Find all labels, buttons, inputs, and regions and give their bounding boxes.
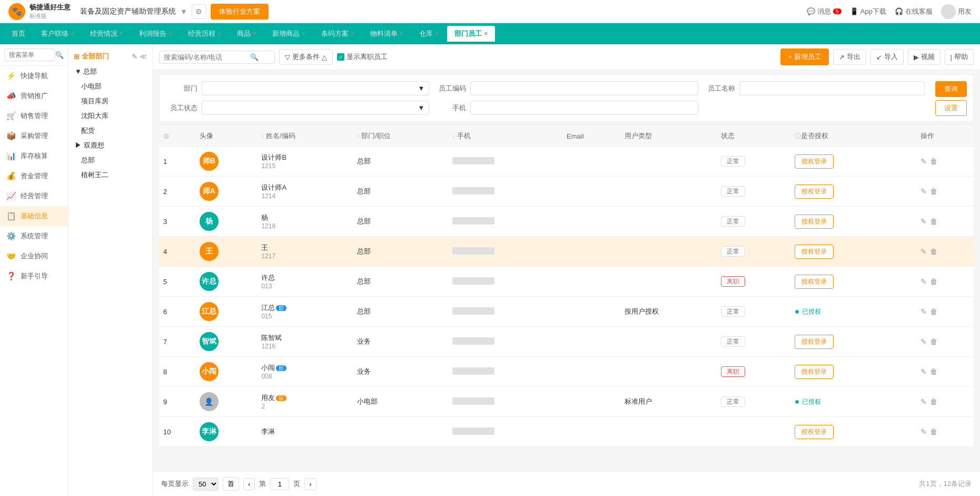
sidebar-item-purchase[interactable]: 📦采购管理 [0,126,68,146]
first-page-button[interactable]: 首 [223,477,239,491]
delete-icon[interactable]: 🗑 [930,427,937,436]
user-menu-button[interactable]: 用友 [941,4,972,19]
delete-icon[interactable]: 🗑 [930,247,937,256]
per-page-select[interactable]: 50 [193,478,219,491]
search-box[interactable]: 🔍 [159,51,275,64]
dept-node-小电部[interactable]: 小电部 [68,79,152,94]
sidebar-item-guide[interactable]: ❓新手引导 [0,266,68,286]
emp-code-input[interactable] [470,81,698,95]
dept-node-项目库房[interactable]: 项目库房 [68,94,152,109]
dept-node-植树王二[interactable]: 植树王二 [68,168,152,182]
resigned-checkbox[interactable]: ✓ [337,53,344,61]
delete-icon[interactable]: 🗑 [930,307,937,316]
dept-node-总部[interactable]: 总部 [68,153,152,168]
sidebar-item-collab[interactable]: 🤝企业协同 [0,246,68,266]
emp-status-select[interactable]: ▼ [202,101,429,115]
dept-select[interactable]: ▼ [202,81,429,95]
sidebar-item-sales[interactable]: 🛒销售管理 [0,106,68,126]
tab-close-icon[interactable]: × [400,30,403,37]
auth-info-icon[interactable]: ⓘ [795,132,801,140]
tab-close-icon[interactable]: × [253,30,256,37]
auth-button[interactable]: 授权登录 [795,215,834,229]
auth-button[interactable]: 授权登录 [795,425,834,439]
sidebar-item-stock[interactable]: 📊库存核算 [0,146,68,166]
edit-icon[interactable]: ✎ [920,397,927,406]
delete-icon[interactable]: 🗑 [930,337,937,346]
video-button[interactable]: ▶ 视频 [908,49,941,65]
tab-close-icon[interactable]: × [217,30,221,37]
dept-node-▶ 双鹿想[interactable]: ▶ 双鹿想 [68,138,152,153]
edit-icon[interactable]: ✎ [920,367,927,376]
app-download-button[interactable]: 📱 App下载 [850,7,886,16]
page-input[interactable] [270,478,289,490]
next-page-button[interactable]: › [304,478,316,490]
phone-input[interactable] [470,101,698,115]
tab-close-icon[interactable]: × [351,30,354,37]
more-filter-button[interactable]: ▽ 更多条件 △ [279,49,333,65]
th-phone[interactable]: ↕ 手机 [448,126,562,147]
edit-icon[interactable]: ✎ [920,337,927,346]
reset-button[interactable]: 设置 [935,100,967,116]
export-button[interactable]: ↗ 导出 [833,49,866,65]
sidebar-search[interactable]: 🔍 [0,44,68,66]
gear-button[interactable]: ⚙ [192,4,206,19]
sidebar-search-input[interactable] [4,48,55,61]
delete-icon[interactable]: 🗑 [930,277,937,286]
dept-node-配货[interactable]: 配货 [68,123,152,138]
search-input[interactable] [164,53,248,61]
import-button[interactable]: ↙ 导入 [870,49,904,65]
nav-tab-物料清单[interactable]: 物料清单 × [363,26,411,42]
nav-tab-仓库[interactable]: 仓库 × [412,26,446,42]
delete-icon[interactable]: 🗑 [930,157,937,166]
nav-tab-新增商品[interactable]: 新增商品 × [265,26,313,42]
th-settings[interactable]: ⚙ [159,126,195,147]
dropdown-arrow-icon[interactable]: ▼ [180,7,187,16]
tab-close-icon[interactable]: × [302,30,305,37]
auth-button[interactable]: 授权登录 [795,154,834,169]
tree-edit-icon[interactable]: ✎ [132,53,137,61]
sidebar-item-shortcut[interactable]: ⚡快捷导航 [0,66,68,86]
edit-icon[interactable]: ✎ [920,247,927,256]
tab-close-icon[interactable]: × [120,30,123,37]
edit-icon[interactable]: ✎ [920,307,927,316]
edit-icon[interactable]: ✎ [920,277,927,286]
tab-close-icon[interactable]: × [484,30,488,37]
auth-button[interactable]: 授权登录 [795,275,834,289]
edit-icon[interactable]: ✎ [920,427,927,436]
online-service-button[interactable]: 🎧 在线客服 [895,7,933,16]
nav-tab-部门员工[interactable]: 部门员工 × [447,26,495,42]
nav-tab-经营历程[interactable]: 经营历程 × [181,26,229,42]
tab-close-icon[interactable]: × [435,30,439,37]
th-name[interactable]: ↕ 姓名/编码 [257,126,352,147]
edit-icon[interactable]: ✎ [920,217,927,226]
trial-button[interactable]: 体验行业方案 [211,4,269,20]
delete-icon[interactable]: 🗑 [930,397,937,406]
delete-icon[interactable]: 🗑 [930,367,937,376]
nav-tab-利润报告[interactable]: 利润报告 × [132,26,180,42]
th-dept[interactable]: ↕ 部门/职位 [353,126,448,147]
nav-tab-客户联络[interactable]: 客户联络 × [34,26,82,42]
nav-tab-经营情况[interactable]: 经营情况 × [83,26,131,42]
auth-button[interactable]: 授权登录 [795,184,834,199]
nav-tab-首页[interactable]: 首页 [4,26,33,42]
nav-tab-条码方案[interactable]: 条码方案 × [314,26,362,42]
edit-icon[interactable]: ✎ [920,187,927,196]
show-resigned-toggle[interactable]: ✓ 显示离职员工 [337,52,388,62]
sidebar-item-system[interactable]: ⚙️系统管理 [0,226,68,246]
sidebar-item-marketing[interactable]: 📣营销推广 [0,86,68,106]
tab-close-icon[interactable]: × [169,30,172,37]
message-button[interactable]: 💬 消息 5 [807,7,842,16]
dept-node-沈阳大库[interactable]: 沈阳大库 [68,109,152,123]
sidebar-item-basic[interactable]: 📋基础信息 [0,206,68,226]
add-employee-button[interactable]: + 新增员工 [780,48,828,65]
nav-tab-商品[interactable]: 商品 × [230,26,264,42]
auth-button[interactable]: 授权登录 [795,245,834,259]
help-button[interactable]: | 帮助 [945,49,974,65]
sidebar-item-business[interactable]: 📈经营管理 [0,186,68,206]
tab-close-icon[interactable]: × [71,30,74,37]
sidebar-item-finance[interactable]: 💰资金管理 [0,166,68,186]
emp-name-input[interactable] [739,81,925,95]
delete-icon[interactable]: 🗑 [930,187,937,196]
tree-collapse-icon[interactable]: ≪ [140,53,147,61]
prev-page-button[interactable]: ‹ [243,478,255,490]
